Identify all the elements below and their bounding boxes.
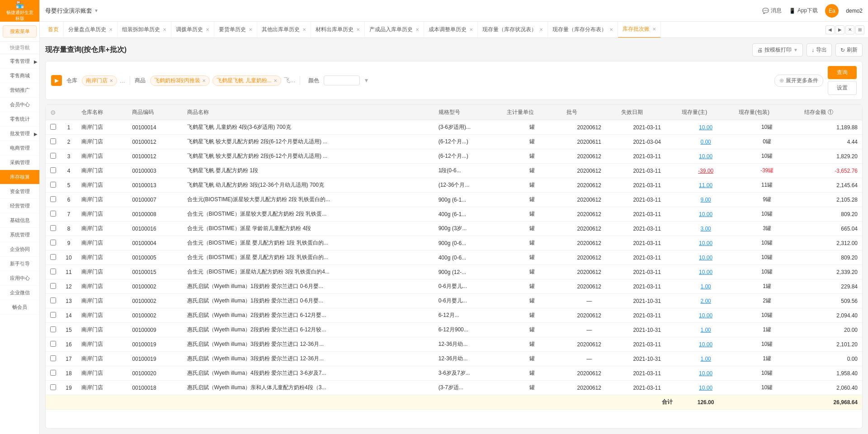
tab-cost-adjust-history[interactable]: 成本调整单历史✕ — [424, 22, 478, 38]
product-tag-text-1: 飞鹤星飞帆 儿童奶粉... — [217, 77, 271, 85]
tab-close-allocate-history[interactable]: ✕ — [206, 27, 209, 32]
tab-expand[interactable]: ⊞ — [855, 25, 864, 34]
row-checkbox[interactable] — [50, 341, 56, 347]
sidebar-item-inventory[interactable]: 库存核算 — [0, 170, 39, 184]
column-settings-icon[interactable]: ⚙ — [50, 109, 56, 116]
tab-close-other-out-history[interactable]: ✕ — [302, 27, 306, 32]
tab-next-arrow[interactable]: ▶ — [835, 25, 844, 34]
tab-product-in-history[interactable]: 产成品入库单历史✕ — [365, 22, 424, 38]
row-checkbox[interactable] — [50, 225, 56, 231]
export-button[interactable]: ↓ 导出 — [807, 43, 832, 57]
row-checkbox[interactable] — [50, 355, 56, 361]
tab-request-goods-history[interactable]: 要货单历史✕ — [214, 22, 257, 38]
sidebar-search-button[interactable]: 搜索菜单 — [3, 25, 37, 38]
tab-close-batch-voucher[interactable]: ✕ — [652, 27, 656, 32]
row-checkbox[interactable] — [50, 211, 56, 217]
sidebar-item-guide[interactable]: 新手引导 — [0, 257, 39, 271]
row-checkbox[interactable] — [50, 297, 56, 303]
tab-stock-status[interactable]: 现存量（库存状况表）✕ — [478, 22, 548, 38]
sidebar-item-operation[interactable]: 经营管理 — [0, 199, 39, 213]
tab-close-request-goods-history[interactable]: ✕ — [249, 27, 252, 32]
sidebar-item-enterprise-wx[interactable]: 企业微信 — [0, 286, 39, 300]
product-tag-close-0[interactable]: ✕ — [202, 78, 206, 83]
sidebar-logo: 🏪 畅捷通好生意 标版 — [0, 0, 39, 22]
row-checkbox[interactable] — [50, 138, 56, 144]
account-dropdown[interactable]: 母婴行业演示账套 ▼ — [45, 7, 99, 15]
sidebar-item-enterprise[interactable]: 企业协同 — [0, 242, 39, 257]
tab-batch-voucher[interactable]: 库存批次账✕ — [618, 22, 661, 38]
sidebar-item-basic[interactable]: 基础信息 — [0, 213, 39, 228]
row-checkbox[interactable] — [50, 153, 56, 159]
product-tag-0[interactable]: 飞鹤奶粉3段丙推装✕ — [150, 75, 210, 86]
sidebar-item-retail[interactable]: 零售管理▶ — [0, 54, 39, 69]
color-dropdown-arrow[interactable]: ▼ — [363, 77, 369, 84]
tab-allocate-history[interactable]: 调拨单历史✕ — [171, 22, 214, 38]
warehouse-more[interactable]: ... — [120, 77, 125, 84]
sidebar-item-marketing[interactable]: 营销推广 — [0, 83, 39, 98]
row-checkbox[interactable] — [50, 124, 56, 130]
tab-disassemble-history[interactable]: 组装拆卸单历史✕ — [118, 22, 171, 38]
warehouse-tag[interactable]: 南岸门店 ✕ — [82, 75, 117, 86]
sidebar-item-retail-stat[interactable]: 零售统计 — [0, 112, 39, 127]
warehouse-tag-close[interactable]: ✕ — [109, 78, 113, 83]
row-checkbox[interactable] — [50, 182, 56, 188]
expand-conditions-button[interactable]: ⊕ 展开更多条件 — [774, 75, 823, 87]
sidebar-item-member[interactable]: 会员中心 — [0, 98, 39, 112]
sidebar-item-label-retail: 零售管理 — [10, 58, 30, 65]
user-avatar[interactable]: Ea — [825, 4, 839, 18]
sidebar-item-retail-shop[interactable]: 零售商城 — [0, 69, 39, 83]
username-label[interactable]: demo2 — [846, 8, 863, 14]
tab-label-cost-adjust-history: 成本调整单历史 — [429, 26, 467, 33]
setting-button[interactable]: 设置 — [828, 81, 857, 95]
row-checkbox[interactable] — [50, 312, 56, 318]
refresh-button[interactable]: ↻ 刷新 — [835, 43, 863, 57]
product-more[interactable]: 飞... — [284, 76, 296, 85]
tab-other-out-history[interactable]: 其他出库单历史✕ — [257, 22, 311, 38]
tab-close-stock-distribution[interactable]: ✕ — [609, 27, 613, 32]
th-stock-main: 现存量(主) — [677, 105, 734, 120]
tab-prev-arrow[interactable]: ◀ — [826, 25, 835, 34]
tab-close-split-inventory-history[interactable]: ✕ — [109, 27, 113, 32]
color-input[interactable] — [324, 75, 360, 85]
row-checkbox[interactable] — [50, 240, 56, 245]
product-tag-close-1[interactable]: ✕ — [274, 78, 277, 83]
tab-home[interactable]: 首页 — [43, 22, 64, 38]
row-checkbox[interactable] — [50, 384, 56, 390]
topbar-message[interactable]: 💬 消息 — [762, 7, 782, 14]
row-checkbox[interactable] — [50, 326, 56, 332]
sidebar-item-system[interactable]: 系统管理 — [0, 228, 39, 242]
topbar-app-download[interactable]: 📱 App下载 — [789, 7, 818, 14]
tab-close-stock-status[interactable]: ✕ — [539, 27, 543, 32]
topbar: 母婴行业演示账套 ▼ 💬 消息 📱 App下载 Ea demo2 — [40, 0, 868, 22]
row-checkbox[interactable] — [50, 370, 56, 376]
sidebar-item-wholesale[interactable]: 批发管理▶ — [0, 127, 39, 141]
query-button[interactable]: 查询 — [828, 66, 857, 79]
tab-close-disassemble-history[interactable]: ✕ — [163, 27, 166, 32]
tab-split-inventory-history[interactable]: 分量盘点单历史✕ — [64, 22, 118, 38]
tab-material-out-history[interactable]: 材料出库单历史✕ — [311, 22, 365, 38]
sidebar-item-member-ship[interactable]: 畅会员 — [0, 300, 39, 315]
footer-cell-9: 126.00 — [677, 395, 734, 410]
tab-close-all[interactable]: ✕ — [845, 25, 854, 34]
row-checkbox[interactable] — [50, 196, 56, 202]
product-tag-1[interactable]: 飞鹤星飞帆 儿童奶粉...✕ — [212, 75, 281, 86]
row-checkbox[interactable] — [50, 283, 56, 289]
sidebar-item-finance[interactable]: 资金管理 — [0, 184, 39, 199]
sidebar-item-app-center[interactable]: 应用中心 — [0, 271, 39, 286]
print-template-button[interactable]: 🖨 按模板打印 ▼ — [752, 43, 803, 57]
tab-stock-distribution[interactable]: 现存量（库存分布表）✕ — [548, 22, 618, 38]
th-settings[interactable]: ⚙ — [46, 105, 61, 120]
row-checkbox[interactable] — [50, 167, 56, 173]
row-checkbox[interactable] — [50, 254, 56, 260]
sidebar-item-ecommerce[interactable]: 电商管理 — [0, 141, 39, 156]
tab-close-cost-adjust-history[interactable]: ✕ — [469, 27, 473, 32]
tab-close-material-out-history[interactable]: ✕ — [356, 27, 360, 32]
message-label: 消息 — [771, 7, 782, 14]
sidebar-item-purchase[interactable]: 采购管理 — [0, 156, 39, 170]
filter-toggle-button[interactable]: ▶ — [51, 75, 62, 86]
row-checkbox[interactable] — [50, 269, 56, 274]
tab-label-request-goods-history: 要货单历史 — [219, 26, 246, 33]
tab-close-product-in-history[interactable]: ✕ — [415, 27, 419, 32]
account-name: 母婴行业演示账套 — [45, 7, 92, 15]
sidebar-item-label-member-ship: 畅会员 — [12, 304, 27, 311]
